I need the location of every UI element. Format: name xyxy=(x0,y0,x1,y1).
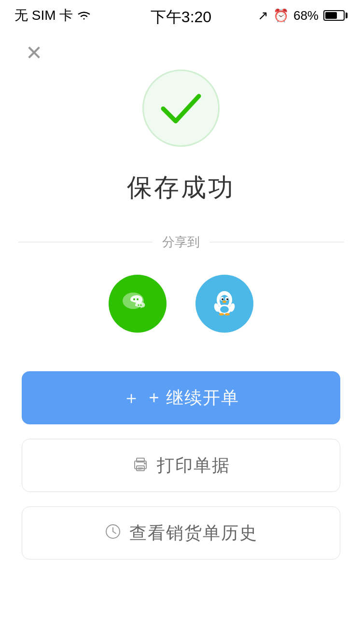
status-bar: 无 SIM 卡 下午3:20 ↗ ⏰ 68% xyxy=(0,0,362,31)
svg-point-15 xyxy=(219,313,224,316)
divider-left xyxy=(18,242,153,242)
actions-section: ＋ + 继续开单 打印单据 xyxy=(22,371,340,560)
location-icon: ↗ xyxy=(258,8,268,23)
carrier-text: 无 SIM 卡 xyxy=(14,6,73,25)
history-button[interactable]: 查看销货单历史 xyxy=(22,506,340,560)
share-label: 分享到 xyxy=(153,234,209,251)
battery-indicator xyxy=(323,10,348,21)
print-label: 打印单据 xyxy=(157,454,230,477)
alarm-icon: ⏰ xyxy=(273,8,289,23)
wechat-icon xyxy=(121,289,154,318)
success-circle xyxy=(142,70,220,147)
share-icons-row xyxy=(109,275,253,333)
battery-text: 68% xyxy=(293,8,319,23)
svg-point-2 xyxy=(133,298,135,300)
svg-point-11 xyxy=(226,298,228,300)
svg-point-5 xyxy=(140,305,142,306)
wechat-share-button[interactable] xyxy=(109,275,167,333)
plus-icon: ＋ xyxy=(123,389,141,406)
svg-point-10 xyxy=(222,298,223,300)
divider-right xyxy=(209,242,344,242)
svg-point-12 xyxy=(223,301,226,303)
qq-icon xyxy=(208,287,241,320)
history-label: 查看销货单历史 xyxy=(129,521,258,545)
continue-button[interactable]: ＋ + 继续开单 xyxy=(22,371,340,424)
qq-share-button[interactable] xyxy=(195,275,253,333)
svg-point-16 xyxy=(225,313,230,316)
continue-label: + 继续开单 xyxy=(149,386,239,410)
main-content: 保存成功 分享到 xyxy=(0,31,362,560)
printer-icon xyxy=(132,455,149,476)
status-bar-right: ↗ ⏰ 68% xyxy=(258,8,348,23)
status-bar-time: 下午3:20 xyxy=(151,7,211,28)
print-button[interactable]: 打印单据 xyxy=(22,439,340,492)
svg-point-4 xyxy=(138,305,139,306)
close-icon: ✕ xyxy=(26,43,42,63)
wifi-icon xyxy=(77,10,91,21)
clock-icon xyxy=(104,523,122,543)
share-section: 分享到 xyxy=(0,234,362,333)
svg-point-3 xyxy=(137,298,139,300)
checkmark-icon xyxy=(159,91,203,125)
close-button[interactable]: ✕ xyxy=(19,39,48,68)
share-divider-row: 分享到 xyxy=(18,234,344,251)
success-title: 保存成功 xyxy=(127,171,235,205)
svg-point-24 xyxy=(144,462,146,464)
svg-point-14 xyxy=(220,306,229,313)
status-bar-left: 无 SIM 卡 xyxy=(14,6,91,25)
svg-line-27 xyxy=(113,532,116,533)
